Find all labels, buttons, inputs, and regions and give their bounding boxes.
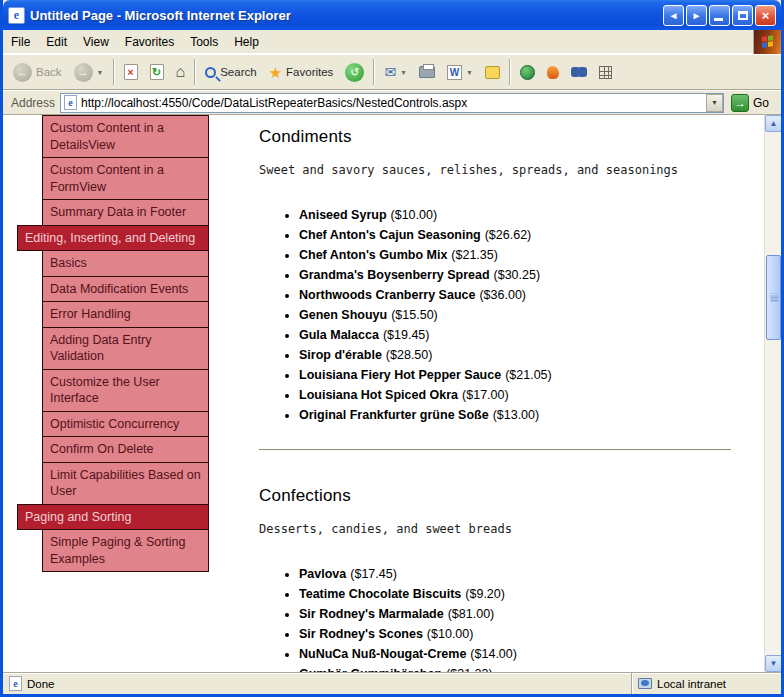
forward-button[interactable]: → ▼ xyxy=(68,60,110,85)
status-page-icon: e xyxy=(9,676,22,691)
product-list: Pavlova($17.45) Teatime Chocolate Biscui… xyxy=(259,564,737,672)
product-item: Teatime Chocolate Biscuits($9.20) xyxy=(299,584,737,604)
product-item: Chef Anton's Gumbo Mix($21.35) xyxy=(299,245,737,265)
sidebar-item-confirm-on-delete[interactable]: Confirm On Delete xyxy=(42,436,209,463)
sidebar-item-basics[interactable]: Basics xyxy=(42,250,209,277)
sidebar-item-data-modification-events[interactable]: Data Modification Events xyxy=(42,276,209,303)
product-item: Original Frankfurter grüne Soße($13.00) xyxy=(299,405,737,425)
go-icon: → xyxy=(731,94,749,112)
category-confections: Confections Desserts, candies, and sweet… xyxy=(259,486,737,672)
mail-dropdown-icon: ▼ xyxy=(400,69,407,76)
address-input[interactable] xyxy=(81,96,706,110)
discuss-button[interactable] xyxy=(479,63,506,82)
nav-left-button[interactable]: ◄ xyxy=(663,5,684,26)
research-button[interactable] xyxy=(565,64,593,80)
sidebar-item-custom-content-detailsview[interactable]: Custom Content in a DetailsView xyxy=(42,115,209,158)
sidebar-item-error-handling[interactable]: Error Handling xyxy=(42,301,209,328)
word-icon: W xyxy=(447,65,462,80)
category-condiments: Condiments Sweet and savory sauces, reli… xyxy=(259,127,737,425)
close-button[interactable]: × xyxy=(755,5,776,26)
back-button[interactable]: ← Back xyxy=(7,60,68,85)
scroll-up-button[interactable]: ▲ xyxy=(765,115,781,132)
home-button[interactable]: ⌂ xyxy=(170,61,192,83)
menu-view[interactable]: View xyxy=(75,32,117,52)
flame-icon xyxy=(547,66,559,79)
category-description: Desserts, candies, and sweet breads xyxy=(259,522,737,536)
quick-tabs-button[interactable] xyxy=(593,63,618,82)
menu-bar: File Edit View Favorites Tools Help xyxy=(3,30,781,54)
sidebar-header-paging-and-sorting[interactable]: Paging and Sorting xyxy=(17,504,209,531)
sidebar-item-summary-data-footer[interactable]: Summary Data in Footer xyxy=(42,199,209,226)
restore-button[interactable] xyxy=(732,5,753,26)
page-content: Custom Content in a DetailsView Custom C… xyxy=(3,115,781,672)
edit-dropdown-icon: ▼ xyxy=(466,69,473,76)
back-icon: ← xyxy=(13,63,32,82)
category-title: Confections xyxy=(259,486,737,506)
product-list: Aniseed Syrup($10.00) Chef Anton's Cajun… xyxy=(259,205,737,425)
restore-icon xyxy=(738,11,748,20)
article: Condiments Sweet and savory sauces, reli… xyxy=(259,115,737,672)
messenger-button[interactable] xyxy=(514,62,541,83)
sidebar-item-custom-content-formview[interactable]: Custom Content in a FormView xyxy=(42,157,209,200)
toolbar: ← Back → ▼ × ↻ ⌂ Search ★ Favorites ↺ xyxy=(3,54,781,90)
page-icon: e xyxy=(64,95,77,110)
stop-icon: × xyxy=(124,64,138,80)
address-dropdown-button[interactable]: ▼ xyxy=(706,94,723,112)
product-item: Aniseed Syrup($10.00) xyxy=(299,205,737,225)
product-item: Sir Rodney's Scones($10.00) xyxy=(299,624,737,644)
search-button[interactable]: Search xyxy=(199,63,262,81)
toolbar-separator xyxy=(113,59,115,85)
edit-with-word-button[interactable]: W ▼ xyxy=(441,62,479,83)
discuss-icon xyxy=(485,66,500,79)
sidebar-item-customize-user-interface[interactable]: Customize the User Interface xyxy=(42,369,209,412)
menu-favorites[interactable]: Favorites xyxy=(117,32,182,52)
menu-tools[interactable]: Tools xyxy=(182,32,226,52)
stop-button[interactable]: × xyxy=(118,61,144,83)
menu-file[interactable]: File xyxy=(3,32,38,52)
refresh-button[interactable]: ↻ xyxy=(144,61,170,83)
product-item: Sirop d'érable($28.50) xyxy=(299,345,737,365)
print-icon xyxy=(419,66,435,78)
search-icon xyxy=(205,67,216,78)
address-bar: Address e ▼ → Go xyxy=(3,90,781,115)
address-label: Address xyxy=(11,96,55,110)
refresh-icon: ↻ xyxy=(150,64,164,80)
intranet-zone-icon xyxy=(638,678,652,689)
back-label: Back xyxy=(36,66,62,78)
menu-edit[interactable]: Edit xyxy=(38,32,75,52)
address-field[interactable]: e ▼ xyxy=(60,93,724,113)
category-description: Sweet and savory sauces, relishes, sprea… xyxy=(259,163,737,177)
product-item: Louisiana Hot Spiced Okra($17.00) xyxy=(299,385,737,405)
product-item: Sir Rodney's Marmalade($81.00) xyxy=(299,604,737,624)
sidebar-item-limit-capabilities[interactable]: Limit Capabilities Based on User xyxy=(42,462,209,505)
grid-icon xyxy=(599,66,612,79)
scrollbar-thumb[interactable] xyxy=(766,255,781,340)
minimize-button[interactable] xyxy=(709,5,730,26)
status-left-pane: e Done xyxy=(3,676,631,691)
menu-help[interactable]: Help xyxy=(226,32,267,52)
forward-icon: → xyxy=(74,63,93,82)
sidebar-header-editing-inserting-deleting[interactable]: Editing, Inserting, and Deleting xyxy=(17,225,209,252)
browser-window: e Untitled Page - Microsoft Internet Exp… xyxy=(0,0,784,697)
sidebar-item-adding-data-entry-validation[interactable]: Adding Data Entry Validation xyxy=(42,327,209,370)
toolbar-separator xyxy=(194,59,196,85)
product-item: Gumbär Gummibärchen($31.23) xyxy=(299,664,737,672)
addon-button[interactable] xyxy=(541,63,565,82)
mail-button[interactable]: ✉ ▼ xyxy=(378,62,413,82)
windows-logo xyxy=(753,30,781,54)
forward-dropdown-icon: ▼ xyxy=(97,69,104,76)
sidebar-item-simple-paging-sorting[interactable]: Simple Paging & Sorting Examples xyxy=(42,529,209,572)
history-button[interactable]: ↺ xyxy=(339,60,370,85)
vertical-scrollbar[interactable]: ▲ ▼ xyxy=(764,115,781,672)
nav-right-button[interactable]: ► xyxy=(686,5,707,26)
scroll-down-button[interactable]: ▼ xyxy=(765,655,781,672)
sidebar-item-optimistic-concurrency[interactable]: Optimistic Concurrency xyxy=(42,411,209,438)
star-icon: ★ xyxy=(269,65,282,80)
product-item: Louisiana Fiery Hot Pepper Sauce($21.05) xyxy=(299,365,737,385)
zone-label: Local intranet xyxy=(657,678,726,690)
favorites-button[interactable]: ★ Favorites xyxy=(263,62,340,83)
product-item: Chef Anton's Cajun Seasoning($26.62) xyxy=(299,225,737,245)
print-button[interactable] xyxy=(413,63,441,81)
go-button[interactable]: → Go xyxy=(729,93,775,113)
favorites-label: Favorites xyxy=(286,66,333,78)
